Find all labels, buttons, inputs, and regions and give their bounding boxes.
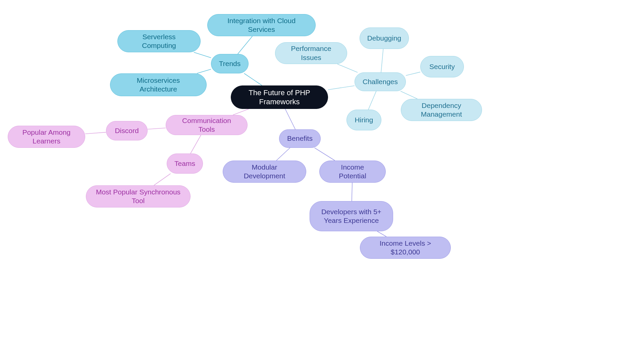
node-label: Integration with Cloud Services <box>216 16 307 34</box>
node-teams[interactable]: Teams <box>167 154 203 174</box>
node-label: Modular Development <box>231 163 298 181</box>
edge <box>191 135 201 154</box>
node-hiring[interactable]: Hiring <box>346 110 381 130</box>
node-dependency[interactable]: Dependency Management <box>401 99 482 121</box>
node-label: Dependency Management <box>409 101 474 119</box>
node-label: The Future of PHP Frameworks <box>239 88 320 107</box>
node-debugging[interactable]: Debugging <box>360 27 409 49</box>
node-label: Benefits <box>287 134 313 143</box>
node-benefits[interactable]: Benefits <box>279 129 321 148</box>
edge <box>197 69 211 73</box>
node-serverless[interactable]: Serverless Computing <box>117 30 201 52</box>
node-label: Challenges <box>363 77 398 86</box>
node-performance[interactable]: Performance Issues <box>275 42 347 64</box>
edge <box>238 36 253 54</box>
edge <box>406 72 420 75</box>
node-label: Income Levels > $120,000 <box>368 239 442 257</box>
edge <box>377 231 386 237</box>
edge <box>85 132 106 134</box>
edge <box>400 91 417 99</box>
edge <box>276 148 290 161</box>
node-label: Microservices Architecture <box>118 76 198 94</box>
node-label: Income Potential <box>328 163 377 181</box>
edge <box>368 91 376 110</box>
edge <box>381 49 383 72</box>
node-income-level[interactable]: Income Levels > $120,000 <box>360 237 451 259</box>
node-modular[interactable]: Modular Development <box>223 161 306 183</box>
node-label: Hiring <box>355 116 373 124</box>
edge <box>285 109 295 129</box>
node-microservices[interactable]: Microservices Architecture <box>110 73 207 96</box>
node-sync-tool[interactable]: Most Popular Synchronous Tool <box>86 185 191 207</box>
node-label: Performance Issues <box>283 44 339 62</box>
node-label: Communication Tools <box>174 116 239 134</box>
node-label: Developers with 5+ Years Experience <box>318 207 385 225</box>
edge <box>194 52 211 58</box>
node-learners[interactable]: Popular Among Learners <box>8 126 85 148</box>
node-root[interactable]: The Future of PHP Frameworks <box>231 85 328 109</box>
edge <box>148 128 166 129</box>
edge <box>328 86 355 90</box>
node-label: Most Popular Synchronous Tool <box>94 188 182 205</box>
node-discord[interactable]: Discord <box>106 121 148 140</box>
edge <box>233 109 249 115</box>
edge <box>352 183 352 201</box>
edge <box>315 148 335 161</box>
mindmap-canvas: The Future of PHP Frameworks Trends Serv… <box>0 0 644 363</box>
node-challenges[interactable]: Challenges <box>355 72 406 91</box>
node-label: Popular Among Learners <box>16 128 77 146</box>
node-cloud[interactable]: Integration with Cloud Services <box>207 14 316 36</box>
node-trends[interactable]: Trends <box>211 54 249 73</box>
node-label: Security <box>429 62 455 71</box>
node-label: Trends <box>219 59 241 68</box>
edge <box>337 64 358 72</box>
node-income[interactable]: Income Potential <box>319 161 386 183</box>
node-label: Serverless Computing <box>126 33 192 50</box>
node-communication-tools[interactable]: Communication Tools <box>166 115 248 135</box>
node-label: Teams <box>174 159 195 168</box>
edge <box>154 174 171 185</box>
edge <box>244 73 262 85</box>
node-security[interactable]: Security <box>420 56 464 77</box>
node-experience[interactable]: Developers with 5+ Years Experience <box>310 201 393 231</box>
node-label: Discord <box>115 126 139 135</box>
node-label: Debugging <box>367 34 401 43</box>
